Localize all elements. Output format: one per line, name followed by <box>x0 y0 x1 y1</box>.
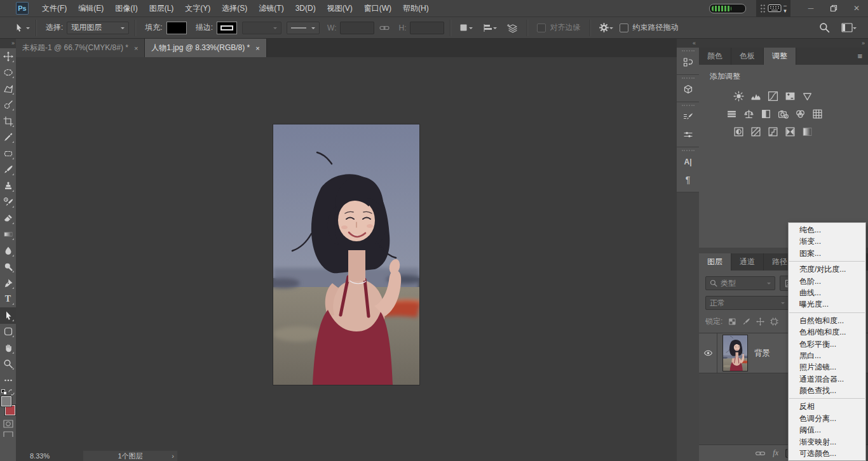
tab-adjustments[interactable]: 调整 <box>764 48 796 65</box>
minimize-button[interactable]: ─ <box>799 0 822 17</box>
canvas-area[interactable] <box>16 57 677 451</box>
curves-button[interactable] <box>766 90 780 103</box>
link-dimensions-button[interactable] <box>377 20 392 36</box>
blend-mode-dropdown[interactable]: 正常 <box>705 296 789 310</box>
context-menu-item[interactable]: 反相 <box>789 401 865 412</box>
history-panel-button[interactable] <box>679 53 698 71</box>
move-tool[interactable] <box>0 48 16 65</box>
quick-selection-tool[interactable] <box>0 97 16 114</box>
drag-grip[interactable] <box>682 105 695 106</box>
tab-layers[interactable]: 图层 <box>699 253 731 271</box>
context-menu-item[interactable]: 渐变映射... <box>789 436 865 448</box>
lock-position-icon[interactable] <box>756 317 764 326</box>
path-selection-tool[interactable] <box>0 307 16 324</box>
tool-preset-button[interactable] <box>11 20 26 36</box>
hand-tool[interactable] <box>0 340 16 356</box>
layer-style-button[interactable]: fx <box>773 448 778 458</box>
context-menu-item[interactable]: 通道混合器... <box>789 373 865 385</box>
history-brush-tool[interactable] <box>0 194 16 211</box>
menu-item[interactable]: 图像(I) <box>109 0 143 17</box>
dodge-tool[interactable] <box>0 259 16 276</box>
gradient-tool[interactable] <box>0 227 16 243</box>
menu-item[interactable]: 3D(D) <box>290 0 322 17</box>
layer-thumbnail[interactable] <box>723 335 747 371</box>
brush-settings-panel-button[interactable] <box>679 108 698 126</box>
document-tab-untitled[interactable]: 未标题-1 @ 66.7%(CMYK/8#) * × <box>16 39 145 57</box>
menu-item[interactable]: 编辑(E) <box>72 0 109 17</box>
drag-grip[interactable] <box>682 50 695 51</box>
color-balance-button[interactable] <box>742 107 756 121</box>
context-menu-item[interactable]: 曲线... <box>789 287 865 298</box>
panel-menu-icon[interactable]: ≡ <box>857 51 862 61</box>
layer-name[interactable]: 背景 <box>754 348 770 359</box>
constrain-path-checkbox[interactable] <box>620 23 628 32</box>
path-operations-button[interactable] <box>456 20 475 36</box>
hue-saturation-button[interactable] <box>724 107 738 121</box>
context-menu-item[interactable]: 可选颜色... <box>789 448 865 459</box>
restore-button[interactable] <box>822 0 845 17</box>
clone-stamp-tool[interactable] <box>0 178 16 194</box>
context-menu-item[interactable]: 自然饱和度... <box>789 315 865 326</box>
type-tool[interactable]: T <box>0 291 16 308</box>
workspace-button[interactable] <box>839 20 859 36</box>
search-button[interactable] <box>817 20 832 36</box>
photo-filter-button[interactable] <box>776 107 790 121</box>
context-menu-item[interactable]: 曝光度... <box>789 298 865 310</box>
context-menu-item[interactable]: 照片滤镜... <box>789 361 865 373</box>
context-menu-item[interactable]: 色调分离... <box>789 413 865 424</box>
gradient-map-button[interactable] <box>783 125 797 138</box>
layer-filter-dropdown[interactable]: 类型 <box>705 276 775 290</box>
blur-tool[interactable] <box>0 243 16 259</box>
menu-item[interactable]: 文件(F) <box>36 0 72 17</box>
context-menu-item[interactable]: 色阶... <box>789 276 865 287</box>
tab-swatches[interactable]: 色板 <box>731 48 764 65</box>
levels-button[interactable] <box>749 90 763 103</box>
tab-channels[interactable]: 通道 <box>731 253 764 271</box>
background-color-swatch[interactable] <box>5 405 15 415</box>
default-colors-icon[interactable] <box>1 389 7 396</box>
link-layers-button[interactable] <box>755 448 766 458</box>
close-tab-icon[interactable]: × <box>134 44 138 52</box>
menu-item[interactable]: 帮助(H) <box>397 0 435 17</box>
character-panel-button[interactable]: A| <box>679 153 698 171</box>
gear-button[interactable] <box>596 20 616 36</box>
menu-item[interactable]: 选择(S) <box>216 0 253 17</box>
collapse-panels-icon[interactable]: ›› <box>699 39 868 48</box>
context-menu-item[interactable]: 阈值... <box>789 424 865 436</box>
height-input[interactable] <box>410 22 444 34</box>
swap-colors-icon[interactable] <box>8 389 15 396</box>
expand-panels-icon[interactable]: ‹‹ <box>677 39 699 48</box>
brush-tool[interactable] <box>0 162 16 178</box>
drag-grip[interactable] <box>682 150 695 151</box>
pen-tool[interactable] <box>0 275 16 291</box>
context-menu-item[interactable]: 色彩平衡... <box>789 338 865 350</box>
width-input[interactable] <box>340 22 374 34</box>
context-menu-item[interactable]: 黑白... <box>789 350 865 361</box>
color-lookup-button[interactable] <box>810 107 824 121</box>
stroke-type-dropdown[interactable] <box>287 22 320 34</box>
invert-button[interactable] <box>731 125 745 138</box>
eraser-tool[interactable] <box>0 210 16 227</box>
lock-transparency-icon[interactable] <box>728 317 736 326</box>
context-menu-item[interactable]: 色相/饱和度... <box>789 326 865 338</box>
channel-mixer-button[interactable] <box>793 107 807 121</box>
3d-panel-button[interactable] <box>679 81 698 98</box>
menu-item[interactable]: 文字(Y) <box>179 0 216 17</box>
close-tab-icon[interactable]: × <box>255 44 259 52</box>
chevron-down-icon[interactable]: ▾ <box>783 8 787 13</box>
lasso-tool[interactable] <box>0 81 16 97</box>
vibrance-button[interactable] <box>800 90 814 103</box>
paragraph-panel-button[interactable]: ¶ <box>679 171 698 189</box>
zoom-tool[interactable] <box>0 356 16 373</box>
path-alignment-button[interactable] <box>480 20 499 36</box>
document-info[interactable]: 1个图层 › <box>83 451 177 461</box>
context-menu-item[interactable]: 亮度/对比度... <box>789 264 865 275</box>
black-white-button[interactable] <box>759 107 773 121</box>
path-arrangement-button[interactable] <box>505 20 521 36</box>
quick-mask-button[interactable] <box>3 420 13 428</box>
exposure-button[interactable] <box>783 90 797 103</box>
menu-item[interactable]: 图层(L) <box>144 0 180 17</box>
input-method-button[interactable]: –▾ <box>756 0 790 17</box>
context-menu-item[interactable]: 渐变... <box>789 236 865 247</box>
marquee-tool[interactable] <box>0 65 16 81</box>
